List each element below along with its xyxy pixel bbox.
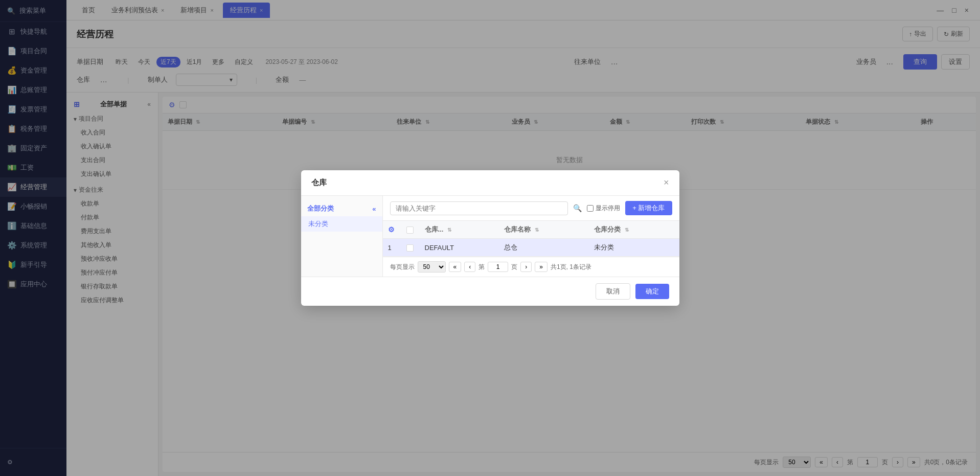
warehouse-modal: 仓库 × 全部分类 « 未分类 🔍 [301,170,679,306]
modal-per-page-label: 每页显示 [390,263,415,271]
modal-left-header[interactable]: 全部分类 « [301,201,382,216]
modal-next-page[interactable]: › [520,262,532,272]
uncategorized-label: 未分类 [308,220,328,228]
modal-left-item-uncategorized[interactable]: 未分类 [301,216,382,232]
wh-col-category: 仓库分类 ⇅ [589,221,679,239]
wh-select-all[interactable] [406,226,414,234]
modal-table: ⚙ 仓库... ⇅ 仓库名称 ⇅ 仓库分类 ⇅ 1 DEFA [383,221,679,257]
modal-overlay[interactable]: 仓库 × 全部分类 « 未分类 🔍 [0,0,980,476]
cancel-button[interactable]: 取消 [596,283,630,300]
wh-col-check [401,221,420,239]
show-disabled-checkbox[interactable] [587,205,594,212]
wh-row-index: 1 [383,239,401,257]
show-disabled-label[interactable]: 显示停用 [587,204,620,213]
warehouse-table: ⚙ 仓库... ⇅ 仓库名称 ⇅ 仓库分类 ⇅ 1 DEFA [383,221,679,257]
wh-row-code: DEFAULT [420,239,499,257]
modal-last-page[interactable]: » [535,262,548,272]
modal-page-suffix: 页 [511,263,517,271]
modal-footer-bar: 每页显示 50 100 « ‹ 第 页 › » 共1页, 1条记录 [383,257,679,277]
modal-header: 仓库 × [301,170,679,196]
modal-right-panel: 🔍 显示停用 + 新增仓库 ⚙ 仓库... ⇅ [383,196,679,277]
modal-page-label: 第 [478,263,485,271]
wh-row-name: 总仓 [499,239,589,257]
modal-first-page[interactable]: « [449,262,462,272]
wh-col-gear: ⚙ [383,221,401,239]
modal-left-collapse-icon[interactable]: « [372,205,376,213]
wh-col-name: 仓库名称 ⇅ [499,221,589,239]
all-categories-label: 全部分类 [307,204,334,213]
wh-row-check [401,239,420,257]
modal-close-btn[interactable]: × [664,177,669,188]
show-disabled-text: 显示停用 [596,204,620,213]
wh-gear-icon[interactable]: ⚙ [388,225,395,234]
modal-title: 仓库 [311,178,327,188]
modal-per-page-select[interactable]: 50 100 [418,261,446,273]
modal-page-input[interactable] [488,262,508,272]
confirm-button[interactable]: 确定 [635,284,669,299]
modal-search-bar: 🔍 显示停用 + 新增仓库 [383,196,679,221]
warehouse-row[interactable]: 1 DEFAULT 总仓 未分类 [383,239,679,257]
modal-body: 全部分类 « 未分类 🔍 显示停用 + 新增仓库 [301,196,679,277]
warehouse-search-icon[interactable]: 🔍 [573,204,582,212]
modal-pagination: 每页显示 50 100 « ‹ 第 页 › » 共1页, 1条记录 [390,261,591,273]
modal-left-panel: 全部分类 « 未分类 [301,196,383,277]
modal-actions: 取消 确定 [301,277,679,306]
warehouse-search-input[interactable] [390,201,568,215]
wh-col-code: 仓库... ⇅ [420,221,499,239]
modal-prev-page[interactable]: ‹ [464,262,475,272]
add-warehouse-btn[interactable]: + 新增仓库 [625,201,672,215]
modal-total: 共1页, 1条记录 [551,263,591,271]
wh-row-checkbox[interactable] [406,244,414,252]
wh-row-category: 未分类 [589,239,679,257]
